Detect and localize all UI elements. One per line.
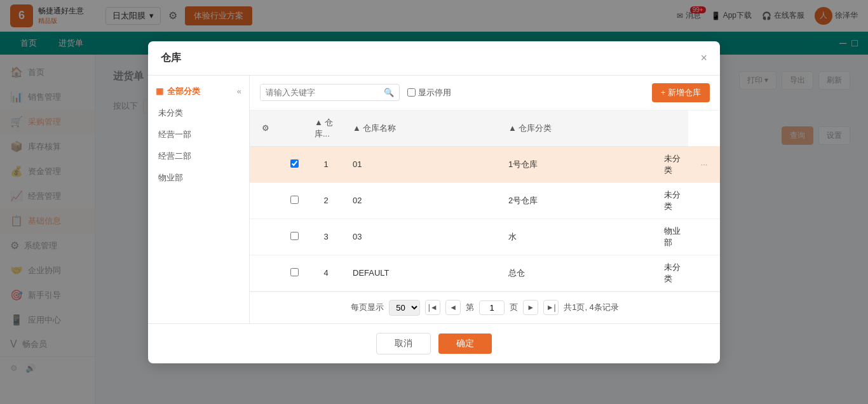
row-no: 4 [307, 255, 345, 291]
modal-main: 🔍 显示停用 + 新增仓库 ⚙ [250, 76, 720, 323]
row-checkbox[interactable] [290, 268, 299, 276]
row-code: 03 [345, 219, 501, 255]
modal-header: 仓库 × [148, 41, 720, 76]
search-icon[interactable]: 🔍 [379, 84, 399, 100]
row-category: 未分类 [656, 146, 688, 182]
grid-icon: ▦ [156, 86, 163, 96]
modal-sidebar: ▦ 全部分类 « 未分类 经营一部 经营二部 物业部 [148, 76, 250, 323]
col-code: ▲ 仓库... [307, 111, 345, 147]
row-code: DEFAULT [345, 255, 501, 291]
row-checkbox-cell[interactable] [281, 182, 307, 219]
row-no: 2 [307, 182, 345, 219]
cancel-button[interactable]: 取消 [376, 333, 431, 354]
next-page-btn[interactable]: ► [523, 300, 538, 315]
col-actions [656, 111, 688, 147]
modal-overlay: 仓库 × ▦ 全部分类 « 未分类 经营一部 经营二部 物业部 [0, 0, 868, 404]
row-no: 3 [307, 219, 345, 255]
row-code: 01 [345, 146, 501, 182]
modal-toolbar: 🔍 显示停用 + 新增仓库 [250, 76, 720, 111]
row-checkbox-cell[interactable] [281, 255, 307, 291]
last-page-btn[interactable]: ►| [543, 300, 559, 315]
category-item-dept2[interactable]: 经营二部 [148, 145, 249, 167]
row-category: 物业部 [656, 219, 688, 255]
row-more[interactable] [688, 219, 720, 255]
add-warehouse-button[interactable]: + 新增仓库 [652, 83, 710, 102]
row-code: 02 [345, 182, 501, 219]
per-page-select[interactable]: 50 [389, 300, 420, 316]
show-disabled-checkbox[interactable] [407, 88, 416, 97]
modal-body: ▦ 全部分类 « 未分类 经营一部 经营二部 物业部 🔍 [148, 76, 720, 323]
row-no: 1 [307, 146, 345, 182]
row-settings-cell [250, 255, 281, 291]
warehouse-modal: 仓库 × ▦ 全部分类 « 未分类 经营一部 经营二部 物业部 [148, 41, 720, 363]
category-all-btn[interactable]: ▦ 全部分类 [148, 81, 208, 102]
modal-footer: 取消 确定 [148, 323, 720, 363]
settings-th-icon: ⚙ [262, 123, 269, 133]
modal-title: 仓库 [161, 51, 181, 65]
show-disabled-label[interactable]: 显示停用 [407, 87, 451, 98]
row-more[interactable]: ··· [688, 146, 720, 182]
row-more[interactable] [688, 182, 720, 219]
row-name: 水 [501, 219, 656, 255]
first-page-btn[interactable]: |◄ [425, 300, 440, 315]
warehouse-table-wrap: ⚙ ▲ 仓库... ▲ 仓库名称 ▲ 仓库分类 [250, 111, 720, 292]
prev-page-btn[interactable]: ◄ [445, 300, 461, 315]
close-icon[interactable]: × [700, 51, 707, 65]
modal-pagination: 每页显示 50 |◄ ◄ 第 页 ► ►| 共1页, 4条记录 [250, 292, 720, 323]
col-checkbox [281, 111, 307, 147]
search-input-wrap: 🔍 [260, 84, 400, 101]
category-item-dept1[interactable]: 经营一部 [148, 124, 249, 145]
row-checkbox[interactable] [290, 159, 299, 168]
col-name: ▲ 仓库名称 [345, 111, 501, 147]
row-checkbox[interactable] [290, 196, 299, 204]
row-checkbox-cell[interactable] [281, 219, 307, 255]
row-name: 总仓 [501, 255, 656, 291]
table-row[interactable]: 2 02 2号仓库 未分类 [250, 182, 720, 219]
row-checkbox[interactable] [290, 232, 299, 240]
row-name: 1号仓库 [501, 146, 656, 182]
row-category: 未分类 [656, 255, 688, 291]
table-header-row: ⚙ ▲ 仓库... ▲ 仓库名称 ▲ 仓库分类 [250, 111, 720, 147]
table-row[interactable]: 4 DEFAULT 总仓 未分类 [250, 255, 720, 291]
table-row[interactable]: 3 03 水 物业部 [250, 219, 720, 255]
row-category: 未分类 [656, 182, 688, 219]
row-name: 2号仓库 [501, 182, 656, 219]
row-settings-cell [250, 219, 281, 255]
search-input[interactable] [261, 84, 379, 100]
category-item-property[interactable]: 物业部 [148, 167, 249, 189]
row-checkbox-cell[interactable] [281, 146, 307, 182]
row-more[interactable] [688, 255, 720, 291]
row-settings-cell [250, 182, 281, 219]
table-row[interactable]: 1 01 1号仓库 未分类 ··· [250, 146, 720, 182]
col-category: ▲ 仓库分类 [501, 111, 656, 147]
warehouse-table: ⚙ ▲ 仓库... ▲ 仓库名称 ▲ 仓库分类 [250, 111, 720, 292]
category-item-unclassified[interactable]: 未分类 [148, 102, 249, 124]
confirm-button[interactable]: 确定 [438, 333, 492, 354]
row-settings-cell [250, 146, 281, 182]
page-input[interactable] [479, 300, 505, 315]
sidebar-collapse-btn[interactable]: « [237, 86, 247, 96]
col-settings: ⚙ [250, 111, 281, 147]
